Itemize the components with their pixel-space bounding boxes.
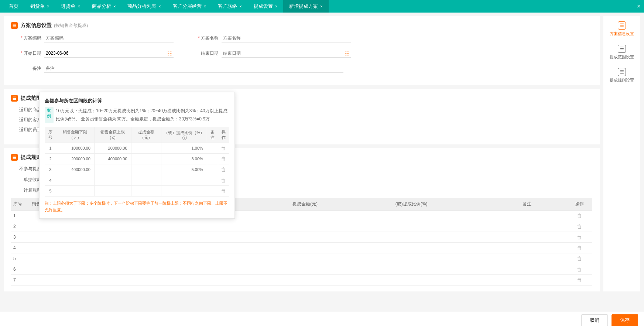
close-icon[interactable]: × (113, 4, 116, 8)
label-start-date: *开始日期 (11, 50, 44, 57)
close-icon[interactable]: × (239, 4, 242, 8)
table-row[interactable]: 2🗑 (11, 221, 592, 232)
label-name: *方案名称 (188, 35, 222, 41)
tab-goods-analysis[interactable]: 商品分析× (86, 0, 121, 13)
section-icon: ☰ (11, 154, 18, 161)
label-end-date: 结束日期 (188, 50, 222, 57)
tooltip-title: 全额参与所在区间段的计算 (45, 98, 229, 104)
tt-col-amt: 提成金额（元） (131, 127, 161, 143)
tooltip-desc: 10万元以下无提成；10~20万元提成比例为1%；20~40万提成比例为3%；4… (56, 107, 229, 123)
delete-icon[interactable]: 🗑 (577, 234, 582, 240)
section-icon: ☰ (11, 22, 18, 29)
label-code: *方案编码 (11, 35, 44, 41)
footer-bar: 取消 保存 (0, 312, 644, 314)
delete-icon[interactable]: 🗑 (577, 266, 582, 272)
anchor-icon: ☰ (618, 45, 626, 53)
col-amount: 提成金额(元) (290, 198, 393, 211)
input-code[interactable] (44, 34, 174, 42)
tt-col-action: 操作 (218, 127, 229, 143)
tt-col-low: 销售金额下限（＞） (56, 127, 94, 143)
table-row: 3400000.005.00%🗑 (45, 164, 229, 175)
tab-home[interactable]: 首页 (3, 0, 24, 13)
col-remark: 备注 (520, 198, 566, 211)
close-icon[interactable]: × (158, 4, 161, 8)
tab-purchase[interactable]: 进货单× (55, 0, 86, 13)
tt-col-remark: 备注 (207, 127, 218, 143)
calendar-icon[interactable]: ☷ (167, 51, 172, 57)
delete-icon[interactable]: 🗑 (577, 245, 582, 251)
calendar-icon[interactable]: ☷ (345, 51, 349, 57)
close-icon[interactable]: × (204, 4, 206, 8)
table-row: 1100000.00200000.001.00%🗑 (45, 143, 229, 154)
anchor-rules[interactable]: ☰ 提成规则设置 (610, 68, 634, 83)
section-icon: ☰ (11, 95, 18, 102)
input-start-date[interactable] (44, 49, 174, 58)
delete-icon[interactable]: 🗑 (221, 177, 226, 183)
tab-customer-tier[interactable]: 客户分层经营× (167, 0, 212, 13)
anchor-icon: ☰ (618, 68, 626, 76)
delete-icon[interactable]: 🗑 (577, 213, 582, 219)
tooltip-popover: 全额参与所在区间段的计算 案例 10万元以下无提成；10~20万元提成比例为1%… (39, 92, 235, 219)
tab-commission-setting[interactable]: 提成设置× (248, 0, 283, 13)
tooltip-table: 序号 销售金额下限（＞） 销售金额上限（≤） 提成金额（元） （或）提成比例（%… (45, 127, 229, 197)
close-icon[interactable]: × (78, 4, 80, 8)
tab-customer-contact[interactable]: 客户联络× (212, 0, 247, 13)
panel-plan-info: ☰ 方案信息设置 (按销售金额提成) *方案编码 *方案名称 *开始日期 (4, 16, 600, 85)
anchor-nav: ☰ 方案信息设置 ☰ 提成范围设置 ☰ 提成规则设置 (603, 16, 640, 291)
close-all-icon[interactable]: × (637, 3, 640, 10)
info-icon: i (182, 136, 187, 140)
col-rate: (或)提成比例(%) (393, 198, 520, 211)
table-row[interactable]: 4🗑 (11, 243, 592, 253)
table-row: 2200000.00400000.003.00%🗑 (45, 154, 229, 164)
table-row: 4🗑 (45, 175, 229, 186)
panel-title: ☰ 方案信息设置 (按销售金额提成) (11, 22, 592, 29)
close-icon[interactable]: × (47, 4, 49, 8)
tooltip-note: 注：上限必须大于下限；多个阶梯时，下一个阶梯下限要等于前一阶梯上限；不同行之间下… (45, 200, 229, 213)
delete-icon[interactable]: 🗑 (221, 145, 226, 151)
input-end-date[interactable] (222, 49, 351, 58)
delete-icon[interactable]: 🗑 (577, 256, 582, 262)
delete-icon[interactable]: 🗑 (577, 277, 582, 283)
delete-icon[interactable]: 🗑 (221, 156, 226, 162)
close-icon[interactable]: × (275, 4, 277, 8)
input-remark[interactable] (44, 64, 343, 73)
delete-icon[interactable]: 🗑 (221, 188, 226, 194)
table-row[interactable]: 3🗑 (11, 232, 592, 243)
anchor-plan-info[interactable]: ☰ 方案信息设置 (610, 21, 634, 37)
delete-icon[interactable]: 🗑 (221, 167, 226, 172)
tab-goods-analysis-list[interactable]: 商品分析列表× (121, 0, 167, 13)
table-row[interactable]: 7🗑 (11, 275, 592, 286)
case-tag: 案例 (45, 107, 54, 123)
label-remark: 备注 (11, 65, 44, 72)
input-name[interactable] (222, 34, 351, 42)
anchor-icon: ☰ (618, 21, 626, 30)
table-row[interactable]: 6🗑 (11, 264, 592, 275)
col-action: 操作 (566, 198, 592, 211)
close-icon[interactable]: × (320, 4, 322, 8)
tab-bar: 首页 销货单× 进货单× 商品分析× 商品分析列表× 客户分层经营× 客户联络×… (0, 0, 644, 13)
table-row[interactable]: 5🗑 (11, 253, 592, 264)
col-idx: 序号 (11, 198, 30, 211)
table-row: 5🗑 (45, 186, 229, 197)
tab-new-commission[interactable]: 新增提成方案× (283, 0, 328, 13)
tt-col-idx: 序号 (45, 127, 56, 143)
delete-icon[interactable]: 🗑 (577, 223, 582, 229)
tab-sales[interactable]: 销货单× (24, 0, 55, 13)
tt-col-rate: （或）提成比例（%）i (161, 127, 207, 143)
tt-col-high: 销售金额上限（≤） (94, 127, 131, 143)
anchor-scope[interactable]: ☰ 提成范围设置 (610, 45, 634, 60)
